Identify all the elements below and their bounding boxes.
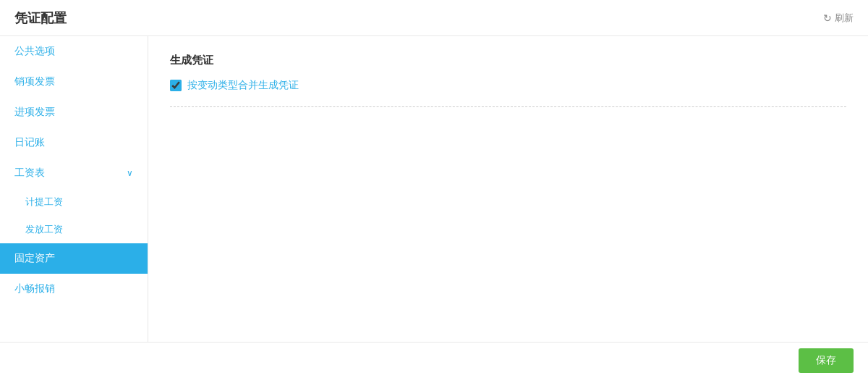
merge-by-type-checkbox[interactable]: [170, 80, 182, 91]
refresh-button[interactable]: ↻ 刷新: [823, 12, 854, 25]
section-title: 生成凭证: [170, 54, 846, 67]
page-title: 凭证配置: [14, 9, 67, 27]
sidebar-item-label: 固定资产: [14, 252, 55, 265]
footer: 保存: [0, 342, 868, 378]
main-container: 公共选项 销项发票 进项发票 日记账 工资表 ∨ 计提工资 发放工资 固定资产 …: [0, 36, 868, 342]
save-button[interactable]: 保存: [799, 348, 854, 373]
sidebar: 公共选项 销项发票 进项发票 日记账 工资表 ∨ 计提工资 发放工资 固定资产 …: [0, 36, 148, 342]
content-area: 生成凭证 按变动类型合并生成凭证: [148, 36, 868, 342]
sidebar-item-public-options[interactable]: 公共选项: [0, 36, 148, 67]
sidebar-item-label: 进项发票: [14, 106, 55, 119]
sidebar-item-payroll[interactable]: 工资表 ∨: [0, 158, 148, 188]
sidebar-item-label: 销项发票: [14, 75, 55, 88]
sidebar-item-sales-invoice[interactable]: 销项发票: [0, 67, 148, 97]
section-divider: [170, 106, 846, 107]
sidebar-item-payroll-pay[interactable]: 发放工资: [0, 216, 148, 243]
refresh-label: 刷新: [835, 12, 854, 25]
sidebar-item-label: 发放工资: [25, 224, 63, 235]
sidebar-item-label: 公共选项: [14, 45, 55, 58]
refresh-icon: ↻: [823, 12, 832, 24]
chevron-down-icon: ∨: [127, 168, 133, 178]
sidebar-item-label: 日记账: [14, 136, 45, 149]
sidebar-item-journal[interactable]: 日记账: [0, 127, 148, 158]
header: 凭证配置 ↻ 刷新: [0, 0, 868, 36]
sidebar-item-label: 小畅报销: [14, 282, 55, 295]
merge-by-type-label[interactable]: 按变动类型合并生成凭证: [187, 79, 299, 92]
sidebar-item-label: 工资表: [14, 167, 45, 180]
sidebar-item-payroll-calc[interactable]: 计提工资: [0, 188, 148, 216]
sidebar-item-label: 计提工资: [25, 196, 63, 207]
sidebar-item-expense-report[interactable]: 小畅报销: [0, 274, 148, 304]
sidebar-item-fixed-assets[interactable]: 固定资产: [0, 243, 148, 274]
checkbox-row: 按变动类型合并生成凭证: [170, 79, 846, 92]
sidebar-item-purchase-invoice[interactable]: 进项发票: [0, 97, 148, 127]
